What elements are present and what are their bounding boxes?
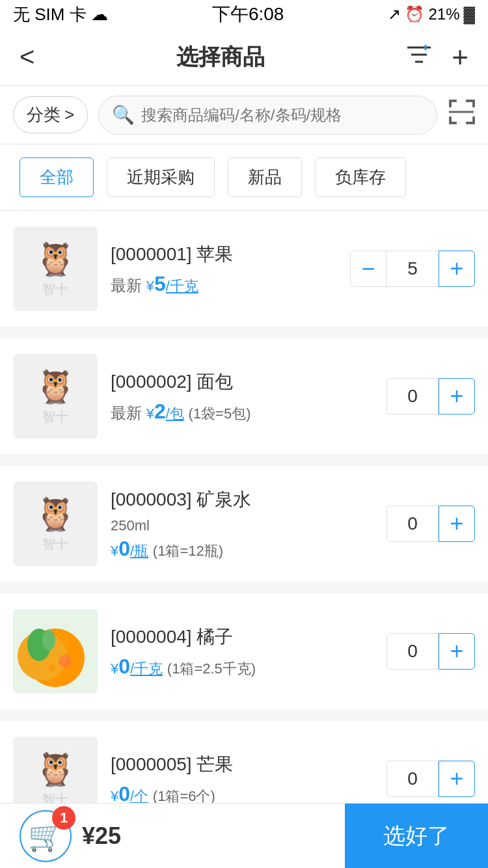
plus-button[interactable]: + — [439, 251, 475, 287]
product-name: [0000001] 苹果 — [111, 242, 337, 267]
tab-all[interactable]: 全部 — [20, 157, 94, 197]
product-name: [0000002] 面包 — [111, 370, 373, 394]
tab-negative[interactable]: 负库存 — [315, 157, 406, 197]
product-image-0000003: 🦉 智十 — [13, 481, 98, 566]
product-info-0000001: [0000001] 苹果 最新 ¥5/千克 — [111, 242, 337, 296]
product-info-0000002: [0000002] 面包 最新 ¥2/包 (1袋=5包) — [111, 370, 373, 424]
product-name: [0000005] 芒果 — [111, 752, 373, 777]
currency: ¥ — [111, 543, 118, 559]
product-info-0000003: [0000003] 矿泉水 250ml ¥0/瓶 (1箱=12瓶) — [111, 487, 373, 561]
location-icon: ↗ — [388, 5, 401, 23]
filter-icon[interactable] — [406, 44, 432, 71]
add-button[interactable]: + — [452, 41, 468, 74]
sim-status: 无 SIM 卡 ☁ — [13, 3, 108, 26]
svg-rect-5 — [449, 100, 452, 107]
search-box: 🔍 — [98, 96, 437, 135]
cart-total: ¥25 — [82, 822, 121, 850]
qty-control-0000001: − + — [350, 251, 475, 287]
category-arrow: > — [64, 105, 74, 125]
svg-point-17 — [59, 655, 72, 668]
search-input[interactable] — [141, 106, 424, 124]
unit: /包 — [166, 405, 184, 422]
qty-input[interactable] — [386, 761, 439, 797]
back-button[interactable]: < — [20, 42, 34, 72]
owl-icon: 🦉 — [35, 368, 75, 405]
owl-placeholder: 🦉 智十 — [13, 481, 98, 566]
category-button[interactable]: 分类 > — [13, 96, 88, 133]
currency: ¥ — [111, 788, 118, 804]
plus-button[interactable]: + — [439, 633, 475, 670]
product-info-0000004: [0000004] 橘子 ¥0/千克 (1箱=2.5千克) — [111, 625, 373, 679]
price-label: 最新 — [111, 404, 146, 422]
orange-image — [13, 609, 98, 694]
battery-status: 21% — [428, 5, 459, 23]
product-item-0000001: 🦉 智十 [0000001] 苹果 最新 ¥5/千克 − + — [0, 211, 488, 327]
price-label: 最新 — [111, 277, 146, 294]
product-item-0000004: [0000004] 橘子 ¥0/千克 (1箱=2.5千克) + — [0, 593, 488, 709]
owl-icon: 🦉 — [35, 240, 75, 278]
nav-icons: + — [406, 41, 468, 74]
cart-badge: 1 — [52, 806, 75, 830]
minus-button[interactable]: − — [350, 251, 386, 287]
amount: 0 — [118, 782, 130, 806]
qty-input[interactable] — [386, 506, 439, 542]
search-icon: 🔍 — [112, 104, 135, 126]
amount: 5 — [154, 272, 166, 295]
tab-bar: 全部 近期采购 新品 负库存 — [0, 144, 488, 211]
product-spec: 250ml — [111, 517, 373, 534]
qty-input[interactable] — [386, 633, 439, 670]
tab-new[interactable]: 新品 — [228, 157, 302, 197]
qty-control-0000003: + — [386, 506, 475, 542]
amount: 0 — [118, 655, 130, 678]
product-price: ¥0/瓶 (1箱=12瓶) — [111, 537, 373, 561]
unit: /个 — [130, 788, 148, 804]
battery-icon: ▓ — [463, 5, 475, 23]
nav-bar: < 选择商品 + — [0, 29, 488, 86]
status-right: ↗ ⏰ 21% ▓ — [388, 5, 475, 23]
svg-point-18 — [48, 664, 56, 671]
owl-text: 智十 — [42, 280, 68, 298]
product-name: [0000004] 橘子 — [111, 625, 373, 649]
scan-icon[interactable] — [448, 98, 475, 131]
product-name: [0000003] 矿泉水 — [111, 487, 373, 512]
svg-rect-9 — [449, 116, 452, 124]
status-time: 下午6:08 — [212, 2, 284, 27]
product-image-0000002: 🦉 智十 — [13, 354, 98, 439]
confirm-button[interactable]: 选好了 — [345, 804, 488, 868]
product-price: 最新 ¥2/包 (1袋=5包) — [111, 400, 373, 424]
tab-recent[interactable]: 近期采购 — [107, 157, 215, 197]
currency: ¥ — [111, 660, 118, 677]
cart-section: 🛒 1 ¥25 — [0, 810, 345, 862]
category-label: 分类 — [27, 103, 61, 126]
amount: 0 — [118, 537, 130, 560]
pack-info: (1袋=5包) — [189, 405, 251, 422]
qty-input[interactable] — [386, 251, 439, 287]
cart-icon-wrap[interactable]: 🛒 1 — [20, 810, 72, 862]
product-item-0000002: 🦉 智十 [0000002] 面包 最新 ¥2/包 (1袋=5包) + — [0, 338, 488, 454]
product-list: 🦉 智十 [0000001] 苹果 最新 ¥5/千克 − + 🦉 智十 [ — [0, 211, 488, 868]
plus-button[interactable]: + — [439, 378, 475, 414]
alarm-icon: ⏰ — [405, 5, 424, 23]
owl-icon: 🦉 — [35, 495, 75, 533]
currency: ¥ — [146, 405, 154, 422]
plus-button[interactable]: + — [439, 506, 475, 542]
plus-button[interactable]: + — [439, 761, 475, 797]
unit: /千克 — [166, 278, 198, 294]
qty-input[interactable] — [386, 378, 439, 414]
amount: 2 — [154, 400, 166, 423]
qty-control-0000002: + — [386, 378, 475, 414]
pack-info: (1箱=2.5千克) — [167, 660, 256, 677]
product-price: ¥0/千克 (1箱=2.5千克) — [111, 655, 373, 679]
unit: /千克 — [130, 660, 163, 677]
status-left: 无 SIM 卡 ☁ — [13, 3, 108, 26]
svg-rect-11 — [472, 116, 475, 124]
svg-rect-7 — [472, 100, 475, 107]
product-image-0000001: 🦉 智十 — [13, 226, 98, 311]
owl-text: 智十 — [42, 408, 68, 426]
page-title: 选择商品 — [176, 42, 265, 72]
owl-text: 智十 — [42, 536, 68, 553]
owl-placeholder: 🦉 智十 — [13, 354, 98, 439]
pack-info: (1箱=12瓶) — [153, 543, 223, 559]
owl-icon: 🦉 — [35, 750, 75, 788]
qty-control-0000004: + — [386, 633, 475, 670]
